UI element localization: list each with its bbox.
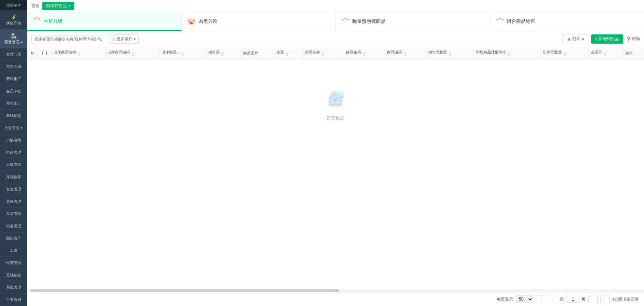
th-settings[interactable]: ⚙ xyxy=(27,47,38,60)
th-product-barcode[interactable]: 商品条码 ▲▼ xyxy=(344,47,385,60)
active-tab[interactable]: 特殊销售品 × xyxy=(42,2,74,10)
th-out-product-name[interactable]: 出库商品名称 ▲▼ xyxy=(51,47,105,60)
column-settings-icon[interactable]: ⚙ xyxy=(31,51,34,55)
sort-icons-product-name[interactable]: ▲▼ xyxy=(321,51,324,57)
filter-button[interactable]: ▽ 更多条件 ▾ xyxy=(109,34,139,44)
sidebar-item-tax-mgmt[interactable]: 税务管理 xyxy=(0,220,27,232)
filter-chevron-icon: ▾ xyxy=(134,37,136,42)
th-product-code[interactable]: 商品编码 ▲▼ xyxy=(385,47,426,60)
th-checkbox[interactable] xyxy=(38,47,51,60)
table-body: 暂无数据 xyxy=(27,60,644,149)
th-product-code-label: 商品编码 xyxy=(387,50,402,54)
select-all-checkbox[interactable] xyxy=(42,51,47,55)
th-product-name-label: 商品名称 xyxy=(305,50,320,54)
sort-icons-main[interactable]: ▲▼ xyxy=(286,51,288,57)
th-sale-qty[interactable]: 销售品数量 ▲▼ xyxy=(426,47,474,60)
sidebar-item-finance-mgmt[interactable]: 资金管理 xyxy=(0,183,27,196)
sort-icons-out-qty[interactable]: ▲▼ xyxy=(564,51,566,57)
th-out-product-x[interactable]: 出库商品... ▲▼ xyxy=(160,47,206,60)
sort-icons-out-product-x[interactable]: ▲▼ xyxy=(181,51,184,57)
sort-icons-sale-product[interactable]: ▲▼ xyxy=(221,51,224,57)
active-tab-label: 特殊销售品 xyxy=(46,3,67,9)
topbar: 首页 特殊销售品 × xyxy=(27,0,644,12)
prev-page-button[interactable]: 〈 xyxy=(548,295,557,303)
sidebar-item-smart-store[interactable]: 智慧门店 xyxy=(0,48,27,61)
add-product-button[interactable]: + 新增销售品 xyxy=(591,34,623,44)
th-out-product-code[interactable]: 出库商品编码 ▲▼ xyxy=(105,47,160,60)
data-table: ⚙ 出库商品名称 ▲▼ 出库商品编码 ▲▼ 出库商品... xyxy=(27,47,644,149)
th-out-qty[interactable]: 出库品数量 ▲▼ xyxy=(541,47,588,60)
sidebar-item-fixed-assets[interactable]: 固定资产 xyxy=(0,232,27,245)
sidebar-label-retail-mall: 零售商城 xyxy=(6,64,21,69)
th-product-image[interactable]: 商品图片 xyxy=(241,47,274,60)
weigh-pack-icon xyxy=(341,17,349,26)
sidebar-label-wholesale-mgmt: 批发管理 xyxy=(4,125,19,131)
sidebar-item-payroll[interactable]: 工资 xyxy=(0,245,27,257)
search-box[interactable]: 🔍 xyxy=(31,35,106,43)
sidebar-item-mini-ecom[interactable]: 小畅电商 xyxy=(0,134,27,147)
meat-cut-icon: 🐷 xyxy=(187,17,196,26)
cat-tab-combo[interactable]: 组合商品销售 xyxy=(490,12,644,31)
th-main[interactable]: 主量 ▲▼ xyxy=(274,47,302,60)
th-out-qty-label: 出库品数量 xyxy=(543,50,562,54)
last-page-button[interactable]: 》 xyxy=(600,295,610,303)
help-label: 帮助 xyxy=(632,36,640,42)
cat-tab-weigh-pack[interactable]: 称重预包装商品 xyxy=(336,12,490,31)
sidebar-label-fixed-assets: 固定资产 xyxy=(6,236,21,241)
sort-icons-member-price[interactable]: ▲▼ xyxy=(604,51,606,57)
help-button[interactable]: ❓ 帮助 xyxy=(626,36,640,42)
sort-icons-sale-qty[interactable]: ▲▼ xyxy=(449,51,451,57)
sidebar-item-purchase-mgmt[interactable]: 采购管理 xyxy=(0,159,27,171)
sidebar-item-retail-mall[interactable]: 零售商城 xyxy=(0,61,27,73)
search-icon[interactable]: 🔍 xyxy=(97,37,102,42)
th-member-price[interactable]: 会员价 ▲▼ xyxy=(588,47,623,60)
sidebar-search[interactable]: 搜索菜单 xyxy=(0,0,27,11)
th-sale-unit[interactable]: 销售商品计量单位 ▲▼ xyxy=(474,47,541,60)
horizontal-scrollbar[interactable] xyxy=(27,289,644,292)
sidebar-label-retail-stats: 零售统计 xyxy=(6,101,21,106)
combo-icon xyxy=(496,17,504,26)
sidebar-item-sys-mgmt[interactable]: 系统管理 xyxy=(0,281,27,294)
wholesale-mgmt-arrow: ▼ xyxy=(20,126,23,129)
svg-line-13 xyxy=(497,18,500,20)
toolbar: 🔍 ▽ 更多条件 ▾ 🖨 打印 ▾ + 新增销售品 ❓ 帮助 xyxy=(27,31,644,47)
sidebar-item-ecom-mgmt[interactable]: 电商管理 xyxy=(0,147,27,159)
sidebar-item-member-center[interactable]: 会员中心 xyxy=(0,85,27,97)
sidebar-item-general-ledger[interactable]: 总账管理 xyxy=(0,196,27,208)
sort-icons-out-product-code[interactable]: ▲▼ xyxy=(132,51,134,57)
sidebar-label-tax-mgmt: 税务管理 xyxy=(6,224,21,229)
sidebar-item-marketing[interactable]: 营销推广 xyxy=(0,73,27,85)
sidebar-item-retail-mgmt[interactable]: 🏪 零售管理 ▲ xyxy=(0,30,27,48)
sort-icons-product-barcode[interactable]: ▲▼ xyxy=(363,51,365,57)
breadcrumb-home[interactable]: 首页 xyxy=(31,3,40,9)
per-page-select[interactable]: 50 20 100 xyxy=(516,295,533,303)
sidebar-item-corp-agreement[interactable]: 企业协同 xyxy=(0,294,27,306)
sort-icons-sale-unit[interactable]: ▲▼ xyxy=(508,51,510,57)
print-chevron-icon: ▾ xyxy=(582,37,584,42)
th-sale-product[interactable]: 销售品 ▲▼ xyxy=(206,47,241,60)
retail-mgmt-arrow: ▲ xyxy=(20,41,23,44)
cat-tab-meat-cut[interactable]: 🐷 肉类分割 xyxy=(182,12,336,31)
page-suffix: 页 xyxy=(582,296,586,302)
sidebar-item-inventory[interactable]: 库存核算 xyxy=(0,171,27,183)
scrollbar-thumb[interactable] xyxy=(31,289,339,292)
sort-icons-out-product-name[interactable]: ▲▼ xyxy=(78,51,80,57)
sidebar-item-wholesale-mgmt[interactable]: 批发管理 ▼ xyxy=(0,122,27,134)
cat-tab-fresh-grade[interactable]: 生鲜分级 xyxy=(27,12,182,31)
svg-line-8 xyxy=(343,18,345,20)
first-page-button[interactable]: 《 xyxy=(536,295,545,303)
next-page-button[interactable]: 〉 xyxy=(588,295,598,303)
print-button[interactable]: 🖨 打印 ▾ xyxy=(563,34,588,44)
sidebar-item-quick-nav[interactable]: ⚡ 快捷导航 xyxy=(0,11,27,30)
fresh-grade-icon xyxy=(33,17,41,26)
sidebar-item-basic-info[interactable]: 基础信息 xyxy=(0,110,27,122)
page-number-input[interactable] xyxy=(567,296,579,303)
search-input[interactable] xyxy=(34,37,96,42)
sidebar-item-basic-info2[interactable]: 基础信息 xyxy=(0,269,27,281)
sidebar-item-retail-stats[interactable]: 零售统计 xyxy=(0,97,27,110)
tab-close-icon[interactable]: × xyxy=(68,4,70,8)
sidebar-item-ops-mgmt[interactable]: 经营管理 xyxy=(0,257,27,269)
sidebar-item-invoice-mgmt[interactable]: 发票管理 xyxy=(0,208,27,220)
th-product-name[interactable]: 商品名称 ▲▼ xyxy=(302,47,344,60)
sort-icons-product-code[interactable]: ▲▼ xyxy=(404,51,407,57)
